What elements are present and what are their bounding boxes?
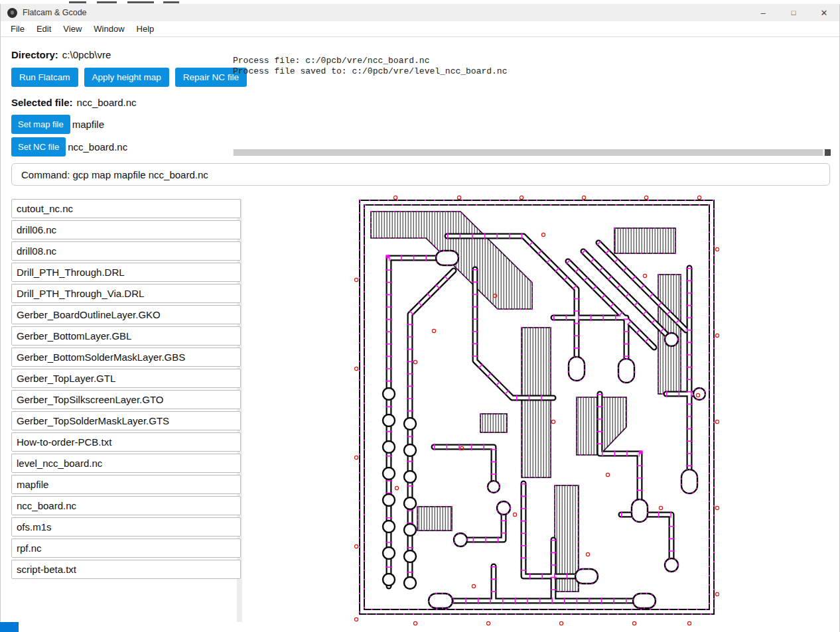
- log-line: Process file: c:/0pcb/vre/ncc_board.nc: [233, 56, 823, 66]
- file-list-item[interactable]: drill06.nc: [11, 220, 241, 239]
- scrollbar-thumb[interactable]: [234, 149, 823, 156]
- file-list-item[interactable]: Drill_PTH_Through.DRL: [11, 263, 241, 282]
- file-list-item[interactable]: Gerber_BoardOutlineLayer.GKO: [11, 305, 241, 324]
- file-list-item[interactable]: script-beta.txt: [11, 560, 241, 579]
- set-map-file-row: Set map file mapfile: [11, 115, 104, 134]
- action-buttons-row: Run Flatcam Apply height map Repair NC f…: [11, 68, 253, 87]
- screen: Flatcam & Gcode – □ ✕ FileEditViewWindow…: [0, 0, 840, 632]
- log-horizontal-scrollbar[interactable]: [233, 149, 831, 156]
- directory-label: Directory:: [11, 49, 58, 60]
- file-list-item[interactable]: Gerber_TopSilkscreenLayer.GTO: [11, 390, 241, 409]
- file-list: cutout_nc.ncdrill06.ncdrill08.ncDrill_PT…: [11, 199, 242, 579]
- menu-item-edit[interactable]: Edit: [31, 21, 57, 37]
- run-flatcam-button[interactable]: Run Flatcam: [11, 68, 78, 87]
- menu-bar: FileEditViewWindowHelp: [1, 21, 839, 37]
- directory-row: Directory:c:\0pcb\vre: [11, 49, 111, 60]
- log-output: Process file: c:/0pcb/vre/ncc_board.ncPr…: [233, 56, 823, 149]
- close-button-icon[interactable]: ✕: [809, 4, 839, 21]
- menu-item-window[interactable]: Window: [88, 21, 130, 37]
- pcb-preview: [354, 195, 719, 626]
- title-bar: Flatcam & Gcode – □ ✕: [1, 4, 839, 21]
- command-text: Command: gcp map mapfile ncc_board.nc: [21, 169, 208, 180]
- file-list-item[interactable]: drill08.nc: [11, 241, 241, 261]
- file-list-item[interactable]: ncc_board.nc: [11, 496, 241, 515]
- file-panel: cutout_nc.ncdrill06.ncdrill08.ncDrill_PT…: [11, 199, 242, 622]
- selected-file-value: ncc_board.nc: [77, 97, 137, 108]
- menu-item-help[interactable]: Help: [131, 21, 161, 37]
- file-list-item[interactable]: mapfile: [11, 475, 241, 494]
- log-line: Process file saved to: c:/0pcb/vre/level…: [233, 66, 823, 77]
- file-list-item[interactable]: Gerber_TopSolderMaskLayer.GTS: [11, 411, 241, 430]
- file-list-item[interactable]: Gerber_BottomLayer.GBL: [11, 326, 241, 346]
- selected-file-row: Selected file:ncc_board.nc: [11, 97, 137, 108]
- pcb-gcode-plot: [354, 195, 719, 626]
- file-list-item[interactable]: rpf.nc: [11, 538, 241, 558]
- file-list-item[interactable]: cutout_nc.nc: [11, 199, 241, 218]
- file-list-item[interactable]: Gerber_TopLayer.GTL: [11, 369, 241, 388]
- menu-item-file[interactable]: File: [5, 21, 31, 37]
- directory-value: c:\0pcb\vre: [62, 49, 111, 60]
- file-list-item[interactable]: How-to-order-PCB.txt: [11, 432, 241, 452]
- app-icon: [7, 8, 17, 18]
- scrollbar-corner: [825, 149, 831, 156]
- window-title: Flatcam & Gcode: [23, 8, 87, 17]
- nc-file-value: ncc_board.nc: [68, 141, 127, 153]
- main-content: Directory:c:\0pcb\vre Run Flatcam Apply …: [1, 37, 839, 632]
- set-map-file-button[interactable]: Set map file: [11, 115, 70, 134]
- app-window: Flatcam & Gcode – □ ✕ FileEditViewWindow…: [0, 4, 840, 632]
- file-list-item[interactable]: Drill_PTH_Through_Via.DRL: [11, 284, 241, 303]
- file-list-item[interactable]: Gerber_BottomSolderMaskLayer.GBS: [11, 348, 241, 367]
- file-list-item[interactable]: ofs.m1s: [11, 517, 241, 537]
- apply-height-map-button[interactable]: Apply height map: [84, 68, 169, 87]
- set-nc-file-button[interactable]: Set NC file: [11, 137, 66, 157]
- menu-item-view[interactable]: View: [57, 21, 88, 37]
- set-nc-file-row: Set NC file ncc_board.nc: [11, 137, 127, 157]
- taskbar-accent-block: [0, 622, 19, 632]
- minimize-button-icon[interactable]: –: [748, 4, 778, 21]
- window-controls: – □ ✕: [748, 4, 839, 21]
- command-bar[interactable]: Command: gcp map mapfile ncc_board.nc: [11, 163, 830, 186]
- file-list-item[interactable]: level_ncc_board.nc: [11, 454, 241, 473]
- selected-file-label: Selected file:: [11, 97, 73, 108]
- map-file-value: mapfile: [72, 119, 104, 130]
- maximize-button-icon[interactable]: □: [778, 4, 809, 21]
